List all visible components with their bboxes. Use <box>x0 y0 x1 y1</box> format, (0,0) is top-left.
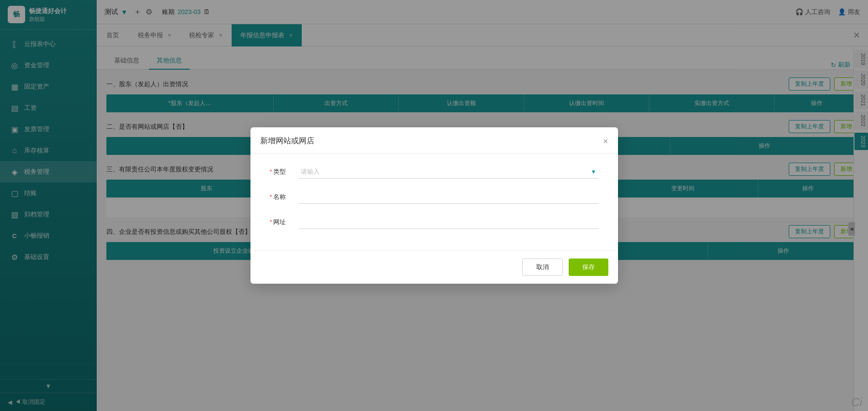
dialog-close-button[interactable]: × <box>603 137 608 146</box>
modal-overlay: 新增网站或网店 × *类型 ▼ *名称 <box>0 0 868 411</box>
name-input[interactable] <box>299 190 599 204</box>
cancel-button[interactable]: 取消 <box>522 259 563 276</box>
dialog-header: 新增网站或网店 × <box>250 127 618 153</box>
type-input[interactable] <box>299 165 599 179</box>
dialog-title: 新增网站或网店 <box>260 136 314 146</box>
name-label: *名称 <box>270 193 299 201</box>
type-label: *类型 <box>270 167 299 176</box>
dialog-footer: 取消 保存 <box>250 250 618 284</box>
url-label: *网址 <box>270 218 299 227</box>
type-field-container: ▼ <box>299 165 599 179</box>
url-field-container <box>299 215 599 229</box>
dialog-body: *类型 ▼ *名称 *网址 <box>250 153 618 250</box>
name-field-container <box>299 190 599 204</box>
form-row-name: *名称 <box>270 190 599 204</box>
url-input[interactable] <box>299 215 599 229</box>
save-button[interactable]: 保存 <box>569 259 608 276</box>
add-website-dialog: 新增网站或网店 × *类型 ▼ *名称 <box>250 127 618 284</box>
form-row-type: *类型 ▼ <box>270 165 599 179</box>
form-row-url: *网址 <box>270 215 599 229</box>
